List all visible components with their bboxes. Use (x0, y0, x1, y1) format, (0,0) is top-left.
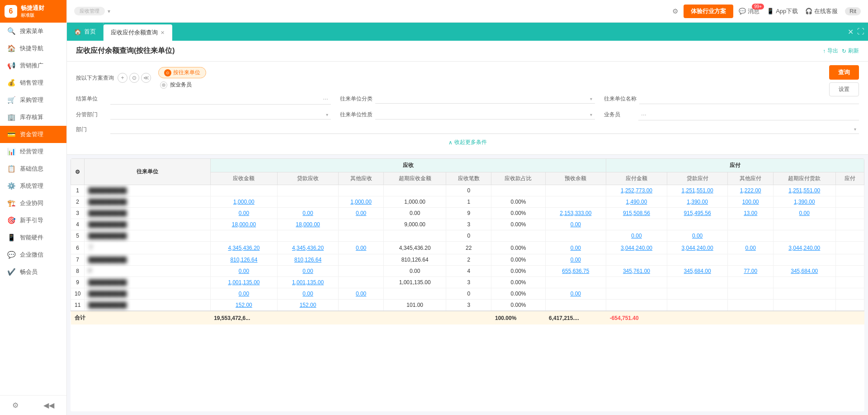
row-dkys[interactable]: 152.00 (278, 300, 339, 311)
sidebar-item-purchase[interactable]: 🛒 采购管理 (0, 91, 66, 109)
sidebar-item-marketing[interactable]: 📢 营销推广 (0, 57, 66, 74)
row-cqyf[interactable] (773, 230, 835, 242)
row-ysk2[interactable]: 1,490.00 (606, 196, 667, 208)
row-qtys[interactable] (338, 230, 384, 242)
promo-button[interactable]: 体验行业方案 (684, 5, 733, 18)
row-qtys[interactable]: 1,000.00 (338, 196, 384, 208)
online-service-btn[interactable]: 🎧 在线客服 (805, 7, 838, 15)
row-cqyf[interactable]: 345,684.00 (773, 266, 835, 277)
row-cqyf[interactable] (773, 254, 835, 266)
row-ysy[interactable]: 0.00 (545, 254, 606, 266)
row-cqyf[interactable]: 0.00 (773, 208, 835, 219)
close-window-icon[interactable]: ✕ (848, 28, 854, 36)
sidebar-item-enterprise[interactable]: 🏗️ 企业协同 (0, 195, 66, 212)
row-ysk2[interactable] (606, 254, 667, 266)
row-dkyf[interactable] (667, 254, 728, 266)
sidebar-item-hardware[interactable]: 📱 智能硬件 (0, 229, 66, 246)
tab-query[interactable]: 应收应付余额查询 ✕ (104, 24, 172, 41)
row-qtys[interactable] (338, 277, 384, 288)
row-cqyf[interactable]: 3,044,240.00 (773, 242, 835, 254)
yewuyuan-select[interactable]: ··· (638, 109, 859, 120)
row-dkyf[interactable] (667, 288, 728, 300)
row-cqyf[interactable] (773, 219, 835, 230)
row-ysk[interactable]: 4,345,436.20 (210, 242, 278, 254)
row-dkys[interactable]: 0.00 (278, 208, 339, 219)
row-qtyf[interactable]: 77.00 (728, 266, 774, 277)
tab-close-icon[interactable]: ✕ (160, 30, 165, 36)
maximize-icon[interactable]: ⛶ (857, 28, 864, 36)
row-ysy[interactable]: 2,153,333.00 (545, 208, 606, 219)
row-dkys[interactable]: 4,345,436.20 (278, 242, 339, 254)
row-qtys[interactable] (338, 185, 384, 196)
row-dkyf[interactable] (667, 277, 728, 288)
row-qtyf[interactable] (728, 230, 774, 242)
row-cqyf[interactable] (773, 288, 835, 300)
row-qtys[interactable] (338, 254, 384, 266)
row-qtyf[interactable]: 100.00 (728, 196, 774, 208)
name-input[interactable] (639, 94, 859, 104)
row-ysy[interactable] (545, 230, 606, 242)
row-ysy[interactable]: 655,636.75 (545, 266, 606, 277)
row-qtys[interactable]: 0.00 (338, 288, 384, 300)
message-btn[interactable]: 💬 消息 99+ (739, 7, 760, 15)
row-dkys[interactable]: 810,126.64 (278, 254, 339, 266)
row-dkys[interactable] (278, 196, 339, 208)
footer-ysk[interactable]: 19,553,472,6... (210, 311, 278, 324)
row-cqyf[interactable]: 1,390.00 (773, 196, 835, 208)
row-ysk2[interactable]: 0.00 (606, 230, 667, 242)
row-dkyf[interactable]: 1,251,551.00 (667, 185, 728, 196)
chevron-down-icon[interactable]: ▾ (108, 8, 110, 14)
row-ysy[interactable] (545, 300, 606, 311)
row-ysk[interactable]: 0.00 (210, 208, 278, 219)
tab-home[interactable]: 🏠 首页 (67, 23, 104, 41)
row-qtys[interactable]: 0.00 (338, 242, 384, 254)
jiesuan-input[interactable]: ··· (110, 93, 331, 105)
sidebar-item-search-menu[interactable]: 🔍 搜索菜单 (0, 23, 66, 40)
table-wrapper[interactable]: ⚙ 往来单位 应收 应付 应收金额 贷款应收 其他应收 超期应收金额 应收笔数 … (71, 158, 864, 411)
settings-button[interactable]: 设置 (829, 82, 859, 96)
row-ysy[interactable] (545, 277, 606, 288)
row-dkys[interactable] (278, 230, 339, 242)
row-ysk2[interactable]: 915,508.56 (606, 208, 667, 219)
row-qtyf[interactable] (728, 219, 774, 230)
back-btn[interactable]: ≪ (141, 73, 151, 83)
export-button[interactable]: ↑ 导出 (823, 47, 838, 55)
fenguan-select[interactable]: ▾ (110, 110, 331, 119)
refresh-button[interactable]: ↻ 刷新 (842, 47, 859, 55)
user-avatar[interactable]: Rit (845, 7, 861, 15)
fenlei-select[interactable]: ▾ (375, 95, 595, 104)
row-dkyf[interactable]: 915,495.56 (667, 208, 728, 219)
collapse-filter-btn[interactable]: ∧ 收起更多条件 (76, 136, 859, 149)
sidebar-item-inventory[interactable]: 🏢 库存核算 (0, 109, 66, 126)
gear-icon[interactable]: ⚙ (672, 7, 678, 15)
row-ysk[interactable] (210, 185, 278, 196)
row-qtyf[interactable] (728, 277, 774, 288)
sidebar-item-member[interactable]: ✔️ 畅会员 (0, 263, 66, 281)
row-dkys[interactable]: 18,000.00 (278, 219, 339, 230)
row-qtyf[interactable] (728, 300, 774, 311)
row-dkys[interactable] (278, 185, 339, 196)
row-cqyf[interactable]: 1,251,551.00 (773, 185, 835, 196)
sidebar-item-quick-nav[interactable]: 🏠 快捷导航 (0, 40, 66, 57)
row-qtyf[interactable]: 13.00 (728, 208, 774, 219)
row-dkys[interactable]: 1,001,135.00 (278, 277, 339, 288)
col-settings-header[interactable]: ⚙ (71, 159, 85, 185)
row-qtyf[interactable] (728, 254, 774, 266)
row-dkys[interactable]: 0.00 (278, 266, 339, 277)
row-ysy[interactable]: 0.00 (545, 219, 606, 230)
row-ysk[interactable] (210, 230, 278, 242)
row-ysk[interactable]: 1,001,135.00 (210, 277, 278, 288)
row-ysk[interactable]: 0.00 (210, 266, 278, 277)
row-ysk[interactable]: 18,000.00 (210, 219, 278, 230)
sidebar-collapse-btn[interactable]: ◀◀ (40, 399, 58, 411)
query-button[interactable]: 查询 (829, 65, 859, 80)
row-ysy[interactable]: 0.00 (545, 288, 606, 300)
row-ysy[interactable] (545, 185, 606, 196)
row-dkyf[interactable]: 1,390.00 (667, 196, 728, 208)
row-ysy[interactable] (545, 196, 606, 208)
row-ysk2[interactable] (606, 288, 667, 300)
row-dkyf[interactable] (667, 219, 728, 230)
sidebar-item-sales[interactable]: 💰 销售管理 (0, 74, 66, 91)
sidebar-item-system[interactable]: ⚙️ 系统管理 (0, 177, 66, 195)
app-download-btn[interactable]: 📱 App下载 (767, 7, 798, 15)
